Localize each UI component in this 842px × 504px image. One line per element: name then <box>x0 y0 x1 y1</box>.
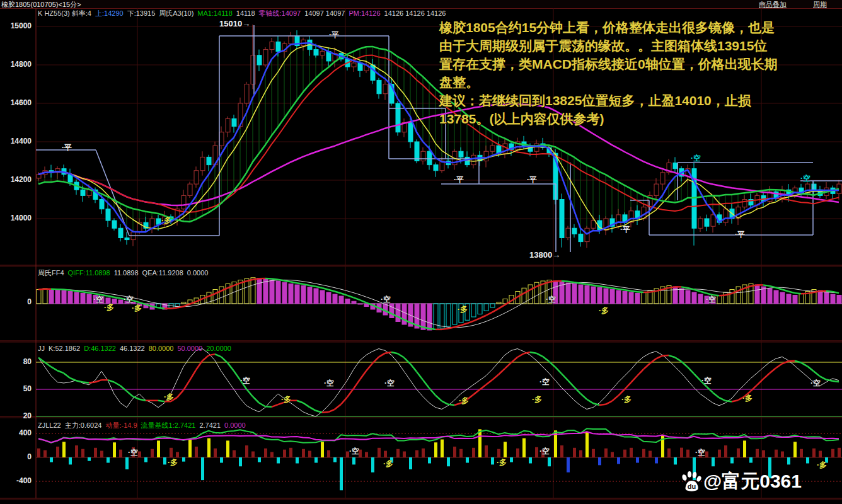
analyst-annotation: 橡胶1805合约15分钟上看，价格整体走出很多镜像，也是由于大周期级别属于震荡的… <box>439 18 840 128</box>
annotation-line: 13785。(以上内容仅供参考) <box>439 110 840 128</box>
watermark: du @富元0361 <box>679 469 802 495</box>
svg-text:du: du <box>688 483 696 490</box>
annotation-line: 盘整。 <box>439 73 840 91</box>
watermark-handle: @富元0361 <box>703 469 802 495</box>
annotation-line: 橡胶1805合约15分钟上看，价格整体走出很多镜像，也是 <box>439 18 840 37</box>
annotation-line: 建议：若继续回到13825位置短多，止盈14010，止损 <box>439 91 840 110</box>
baidu-paw-icon: du <box>679 470 703 494</box>
trading-app-screen: 橡胶1805(010705)<15分> 商品叠加 周期 150001480014… <box>0 0 842 504</box>
annotation-line: 由于大周期级别属于震荡的缘故。。主图箱体线13915位 <box>439 37 840 55</box>
annotation-line: 置存在支撑，类MACD指标线接近0轴位置，价格出现长期 <box>439 55 840 73</box>
